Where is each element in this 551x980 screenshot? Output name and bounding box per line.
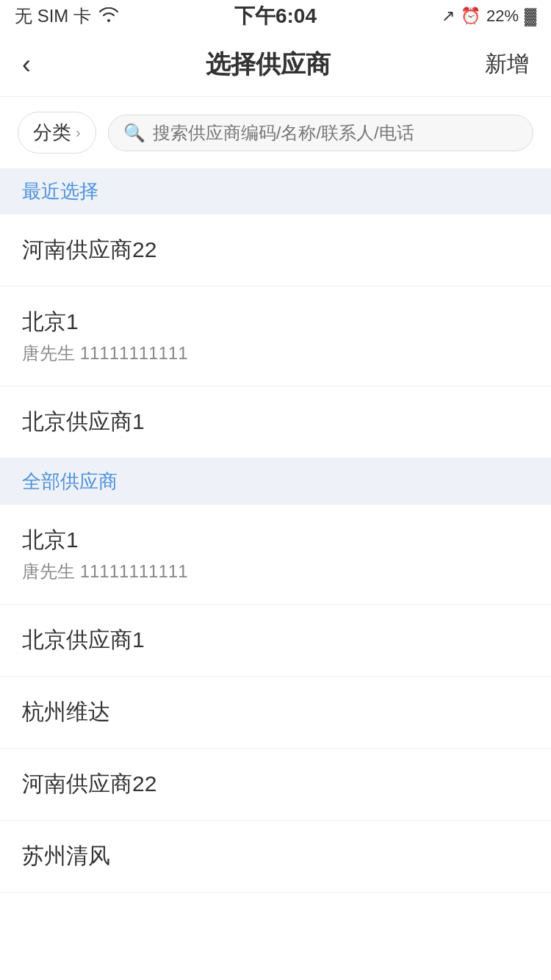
item-name: 苏州清风 xyxy=(22,841,529,871)
list-item[interactable]: 北京1 唐先生 11111111111 xyxy=(0,287,551,386)
recent-section-label: 最近选择 xyxy=(22,180,98,202)
item-sub: 唐先生 11111111111 xyxy=(22,342,529,365)
recent-section-header: 最近选择 xyxy=(0,168,551,215)
nav-bar: ‹ 选择供应商 新增 xyxy=(0,32,551,97)
battery-icon: ▓ xyxy=(525,7,536,26)
item-name: 河南供应商22 xyxy=(22,235,529,265)
category-label: 分类 xyxy=(33,120,71,145)
alarm-icon: ⏰ xyxy=(461,7,480,26)
item-name: 北京供应商1 xyxy=(22,625,529,655)
wifi-icon xyxy=(98,6,119,26)
item-name: 杭州维达 xyxy=(22,697,529,727)
item-name: 北京供应商1 xyxy=(22,407,529,437)
list-item[interactable]: 北京供应商1 xyxy=(0,386,551,458)
all-section-label: 全部供应商 xyxy=(22,470,118,492)
status-left: 无 SIM 卡 xyxy=(15,4,119,28)
search-icon: 🔍 xyxy=(123,123,145,143)
list-item[interactable]: 河南供应商22 xyxy=(0,215,551,287)
list-item[interactable]: 杭州维达 xyxy=(0,677,551,749)
battery-label: 22% xyxy=(486,7,519,26)
status-bar: 无 SIM 卡 下午6:04 ↗ ⏰ 22% ▓ xyxy=(0,0,551,32)
item-sub: 唐先生 11111111111 xyxy=(22,560,529,583)
list-item[interactable]: 北京1 唐先生 11111111111 xyxy=(0,505,551,605)
status-time: 下午6:04 xyxy=(234,2,317,30)
list-item[interactable]: 河南供应商22 xyxy=(0,749,551,821)
all-section-header: 全部供应商 xyxy=(0,458,551,505)
status-right: ↗ ⏰ 22% ▓ xyxy=(442,7,536,26)
search-box[interactable]: 🔍 xyxy=(108,115,533,151)
location-icon: ↗ xyxy=(442,7,455,26)
item-name: 北京1 xyxy=(22,307,529,337)
filter-bar: 分类 › 🔍 xyxy=(0,97,551,168)
list-item[interactable]: 北京供应商1 xyxy=(0,605,551,677)
search-input[interactable] xyxy=(153,123,518,143)
all-list: 北京1 唐先生 11111111111 北京供应商1 杭州维达 河南供应商22 … xyxy=(0,505,551,893)
page-title: 选择供应商 xyxy=(206,48,331,82)
category-button[interactable]: 分类 › xyxy=(18,112,96,154)
list-item[interactable]: 苏州清风 xyxy=(0,821,551,893)
item-name: 北京1 xyxy=(22,525,529,555)
sim-label: 无 SIM 卡 xyxy=(15,4,91,28)
add-button[interactable]: 新增 xyxy=(470,49,529,79)
back-button[interactable]: ‹ xyxy=(22,49,66,80)
recent-list: 河南供应商22 北京1 唐先生 11111111111 北京供应商1 xyxy=(0,215,551,458)
item-name: 河南供应商22 xyxy=(22,769,529,799)
chevron-right-icon: › xyxy=(76,124,81,141)
